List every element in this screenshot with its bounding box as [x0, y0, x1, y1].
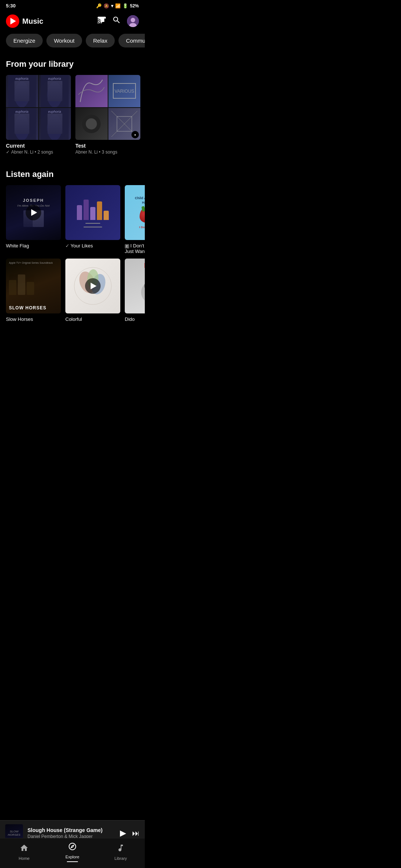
listen-item-albert-hammond[interactable]: Child Animale • Albert Hammond Jr I Don'… [125, 185, 145, 254]
svg-point-5 [14, 82, 29, 107]
svg-point-11 [14, 115, 29, 140]
logo-play-icon [10, 18, 16, 24]
mood-chips: Energize Workout Relax Commute Fo... [0, 32, 145, 53]
library-thumb-current: euphoria euphoria euphoria [6, 75, 71, 140]
listen-thumb-albert-hammond: Child Animale • Albert Hammond Jr I Don'… [125, 185, 145, 240]
wifi-icon: ▾ [111, 3, 113, 9]
library-item-current-label: Current [6, 143, 71, 149]
status-time: 5:30 [6, 3, 16, 9]
logo-area: Music [6, 14, 43, 28]
signal-icon: 📶 [115, 3, 121, 9]
play-icon [31, 209, 37, 216]
play-icon [91, 283, 97, 289]
chip-commute[interactable]: Commute [118, 34, 145, 47]
cast-button[interactable] [97, 16, 106, 27]
svg-point-14 [47, 115, 62, 140]
listen-thumb-your-likes [65, 185, 120, 240]
listen-thumb-dido: Dido life for rent [125, 259, 145, 313]
library-row: euphoria euphoria euphoria [0, 75, 145, 155]
chip-workout[interactable]: Workout [46, 34, 82, 47]
library-item-current-sub: ✓ Abner N. Li • 2 songs [6, 149, 71, 155]
play-overlay-white-flag[interactable] [26, 205, 41, 220]
listen-thumb-white-flag: JOSEPH I'm Alive, So You Do Not [6, 185, 61, 240]
search-button[interactable] [112, 16, 121, 27]
listen-thumb-slow-horses: Apple TV+ Original Series Soundtrack SLO… [6, 259, 61, 313]
listen-label-dido: Dido [125, 316, 145, 322]
listen-label-colorful: Colorful [65, 316, 120, 322]
listen-label-slow-horses: Slow Horses [6, 316, 61, 322]
library-item-test[interactable]: VARIOUS ● Test Abner N. [75, 75, 140, 155]
app-header: Music [0, 11, 145, 32]
listen-item-dido[interactable]: Dido life for rent Dido [125, 259, 145, 322]
listen-again-title: Listen again [0, 167, 145, 185]
listen-again-row-2: Apple TV+ Original Series Soundtrack SLO… [0, 254, 145, 322]
play-overlay-colorful[interactable] [85, 278, 101, 294]
listen-label-albert-hammond: EI Don't Wanna Talk (I Just Wanna Dance) [125, 243, 145, 254]
svg-point-1 [131, 18, 135, 22]
user-avatar[interactable] [127, 15, 139, 27]
listen-thumb-colorful [65, 259, 120, 313]
verified-check-icon: ✓ [6, 149, 10, 155]
library-item-test-sub: Abner N. Li • 3 songs [75, 149, 140, 155]
listen-item-white-flag[interactable]: JOSEPH I'm Alive, So You Do Not White Fl… [6, 185, 61, 254]
battery-icon: 🔋 [123, 3, 128, 9]
status-bar: 5:30 🔑 🔕 ▾ 📶 🔋 52% [0, 0, 145, 11]
listen-again-row-1: JOSEPH I'm Alive, So You Do Not White Fl… [0, 185, 145, 254]
mute-icon: 🔕 [104, 3, 109, 9]
listen-label-your-likes: ✓Your Likes [65, 243, 120, 249]
verified-icon-likes: ✓ [65, 243, 69, 249]
library-section: From your library euphoria euphoria [0, 53, 145, 156]
listen-item-slow-horses[interactable]: Apple TV+ Original Series Soundtrack SLO… [6, 259, 61, 322]
battery-percent: 52% [130, 3, 139, 9]
key-icon: 🔑 [96, 3, 102, 9]
svg-text:euphoria: euphoria [48, 77, 61, 80]
listen-again-section: Listen again JOSEPH I'm Alive, So You Do… [0, 164, 145, 323]
chip-relax[interactable]: Relax [86, 34, 115, 47]
library-item-current[interactable]: euphoria euphoria euphoria [6, 75, 71, 155]
listen-label-white-flag: White Flag [6, 243, 61, 249]
youtube-music-logo [6, 14, 19, 28]
svg-text:euphoria: euphoria [15, 77, 28, 80]
library-section-title: From your library [0, 56, 145, 75]
library-item-test-label: Test [75, 143, 140, 149]
svg-text:euphoria: euphoria [15, 110, 28, 114]
svg-text:euphoria: euphoria [48, 110, 61, 114]
listen-item-colorful[interactable]: Colorful [65, 259, 120, 322]
library-thumb-test: VARIOUS ● [75, 75, 140, 140]
header-actions [97, 15, 139, 27]
chip-energize[interactable]: Energize [6, 34, 43, 47]
svg-point-8 [47, 82, 62, 107]
app-title: Music [22, 17, 43, 26]
status-icons: 🔑 🔕 ▾ 📶 🔋 52% [96, 3, 139, 9]
listen-item-your-likes[interactable]: ✓Your Likes [65, 185, 120, 254]
svg-text:VARIOUS: VARIOUS [114, 89, 134, 94]
